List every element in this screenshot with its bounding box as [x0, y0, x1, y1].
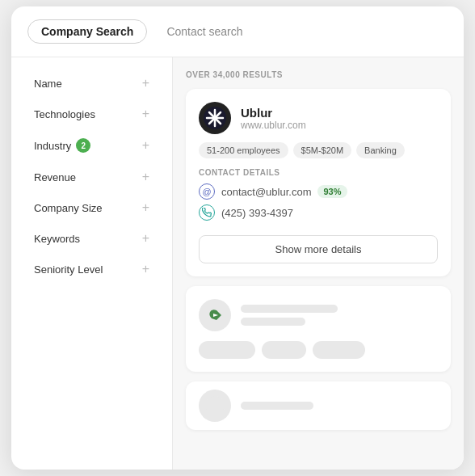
filter-item-industry[interactable]: Industry 2 + — [18, 130, 166, 161]
contact-phone: (425) 393-4397 — [221, 207, 293, 219]
contact-section-label: CONTACT DETAILS — [199, 168, 438, 177]
filter-add-company-size-icon[interactable]: + — [142, 201, 149, 214]
skeleton-logo-icon — [204, 304, 226, 326]
confidence-badge: 93% — [317, 185, 347, 198]
main-layout: Name + Technologies + Industry 2 + Reven… — [11, 57, 464, 470]
skeleton-logo-icon-2 — [204, 394, 226, 417]
filter-add-seniority-icon[interactable]: + — [142, 263, 149, 276]
industry-badge: 2 — [76, 138, 90, 153]
sidebar: Name + Technologies + Industry 2 + Reven… — [11, 57, 173, 470]
skeleton-name-line — [241, 305, 338, 313]
filter-label-revenue: Revenue — [34, 171, 76, 183]
filter-label-seniority-level: Seniority Level — [34, 263, 103, 276]
contact-email-row: @ contact@ublur.com 93% — [199, 183, 438, 200]
company-website: www.ublur.com — [241, 120, 306, 131]
tab-contact-search[interactable]: Contact search — [153, 20, 255, 43]
filter-item-keywords[interactable]: Keywords + — [18, 224, 166, 253]
tag-employees: 51-200 employees — [199, 142, 288, 158]
phone-icon — [199, 204, 215, 221]
skeleton-tag-1c — [313, 341, 365, 359]
skeleton-card-2 — [186, 381, 451, 430]
filter-label-technologies: Technologies — [34, 108, 95, 120]
filter-item-name[interactable]: Name + — [18, 69, 166, 98]
results-content: OVER 34,000 RESULTS — [173, 57, 464, 470]
filter-add-name-icon[interactable]: + — [142, 77, 149, 90]
skeleton-tag-1b — [262, 341, 306, 359]
skeleton-tags-1 — [199, 341, 438, 359]
skeleton-card-1 — [186, 286, 451, 372]
skeleton-text-block-1 — [241, 305, 338, 326]
filter-label-company-size: Company Size — [34, 202, 103, 214]
filter-label-name: Name — [34, 78, 62, 90]
tab-bar: Company Search Contact search — [11, 6, 464, 57]
filter-item-technologies[interactable]: Technologies + — [18, 99, 166, 128]
filter-item-revenue[interactable]: Revenue + — [18, 162, 166, 192]
contact-phone-row: (425) 393-4397 — [199, 204, 438, 221]
show-more-button[interactable]: Show more details — [199, 235, 438, 263]
filter-add-keywords-icon[interactable]: + — [142, 232, 149, 245]
company-logo — [199, 102, 231, 134]
filter-add-industry-icon[interactable]: + — [142, 139, 149, 152]
ublur-logo-icon — [204, 107, 226, 129]
contact-email: contact@ublur.com — [221, 186, 311, 198]
company-info: Ublur www.ublur.com — [241, 106, 306, 131]
company-header: Ublur www.ublur.com — [199, 102, 438, 134]
skeleton-name-line-2 — [241, 402, 313, 410]
skeleton-url-line — [241, 318, 305, 326]
skeleton-tag-1a — [199, 341, 255, 359]
svg-point-6 — [205, 396, 225, 415]
skeleton-text-block-2 — [241, 402, 313, 410]
tag-industry: Banking — [356, 142, 405, 158]
filter-label-industry: Industry 2 — [34, 138, 90, 153]
filter-item-company-size[interactable]: Company Size + — [18, 193, 166, 222]
filter-add-technologies-icon[interactable]: + — [142, 107, 149, 120]
skeleton-header-1 — [199, 299, 438, 331]
tab-company-search[interactable]: Company Search — [27, 19, 147, 44]
skeleton-logo-1 — [199, 299, 231, 331]
tag-revenue: $5M-$20M — [293, 142, 352, 158]
skeleton-logo-2 — [199, 390, 231, 422]
filter-label-keywords: Keywords — [34, 233, 80, 245]
company-name: Ublur — [241, 106, 306, 120]
results-count: OVER 34,000 RESULTS — [186, 70, 451, 79]
company-card-ublur: Ublur www.ublur.com 51-200 employees $5M… — [186, 89, 451, 276]
company-tags: 51-200 employees $5M-$20M Banking — [199, 142, 438, 158]
filter-item-seniority-level[interactable]: Seniority Level + — [18, 255, 166, 284]
filter-add-revenue-icon[interactable]: + — [142, 171, 149, 183]
app-window: Company Search Contact search Name + Tec… — [11, 6, 464, 470]
email-icon: @ — [199, 183, 215, 200]
